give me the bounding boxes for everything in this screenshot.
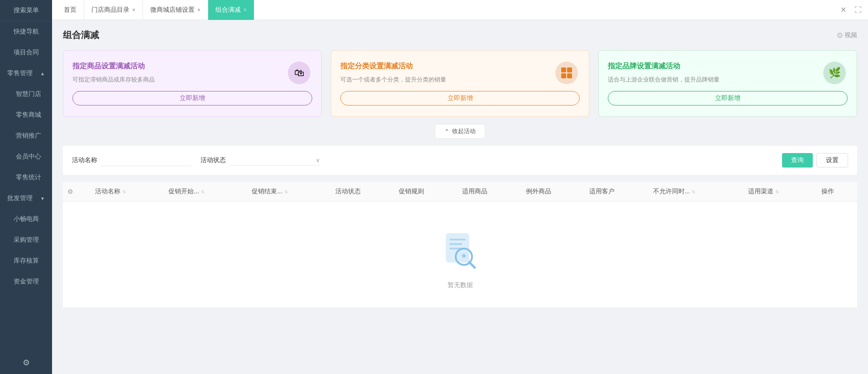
svg-rect-1 [567,67,572,72]
col-customer: 适用客户 [585,182,648,201]
svg-rect-6 [449,243,462,245]
card-goods-icon: 🛍 [288,62,310,84]
chevron-down-icon: ∨ [316,157,320,163]
col-goods: 适用商品 [458,182,521,201]
play-circle-icon: ⊙ [837,31,843,39]
sidebar-item-wholesale-mgmt[interactable]: 批发管理 ▼ [0,188,52,209]
col-channel: 适用渠道 ⇅ [744,182,817,201]
sidebar-item-retail-mgmt[interactable]: 零售管理 ▲ [0,63,52,84]
empty-illustration [438,229,483,274]
empty-text: 暂无数据 [448,281,473,289]
col-name: 活动名称 ⇅ [91,182,164,201]
card-category-icon [555,62,578,84]
card-category-title: 指定分类设置满减活动 [340,62,580,71]
card-goods-add-button[interactable]: 立即新增 [72,91,312,105]
sidebar-item-purchase-mgmt[interactable]: 采购管理 [0,230,52,250]
card-category: 指定分类设置满减活动 可选一个或者多个分类，提升分类的销量 立即新增 [331,50,590,117]
sidebar-item-finance-mgmt[interactable]: 资金管理 [0,271,52,292]
card-goods-title: 指定商品设置满减活动 [72,62,312,71]
collapse-bar: ⌃ 收起活动 [63,124,857,139]
sidebar-item-retail-mall[interactable]: 零售商城 [0,105,52,125]
card-brand-icon: 🌿 [823,62,846,84]
filter-name-item: 活动名称 [72,155,191,166]
col-no-concurrent: 不允许同时... ⇅ [649,182,744,201]
card-goods-desc: 可指定滞销商品或库存较多商品 [72,76,312,84]
sidebar-settings-btn[interactable]: ⚙ [0,351,52,374]
sidebar-item-project-contract[interactable]: 项目合同 [0,42,52,63]
col-exclude-goods: 例外商品 [521,182,585,201]
close-window-icon[interactable]: ✕ [839,4,848,16]
tab-bar: 首页 门店商品目录 × 微商城店铺设置 × 组合满减 × ✕ ⛶ [52,0,868,20]
svg-point-11 [462,254,466,258]
filter-status-item: 活动状态 ∨ [200,155,320,166]
gear-icon: ⚙ [23,358,30,367]
filter-status-label: 活动状态 [200,156,226,164]
card-category-add-button[interactable]: 立即新增 [340,91,580,105]
collapse-button[interactable]: ⌃ 收起活动 [435,124,485,139]
sidebar-item-smart-store[interactable]: 智慧门店 [0,84,52,105]
sort-icon[interactable]: ⇅ [775,189,779,194]
tab-close-wechat-shop[interactable]: × [197,7,200,13]
filter-status-select[interactable]: ∨ [229,155,320,166]
empty-state: 暂无数据 [63,201,857,307]
svg-line-10 [469,262,475,268]
sidebar-item-quick-nav[interactable]: 快捷导航 [0,21,52,42]
filter-buttons: 查询 设置 [782,153,848,168]
sidebar-item-xiaochang-ecom[interactable]: 小畅电商 [0,209,52,230]
col-status: 活动状态 [331,182,394,201]
tab-combo-discount[interactable]: 组合满减 × [208,0,254,20]
tab-wechat-shop[interactable]: 微商城店铺设置 × [143,0,208,20]
card-brand-title: 指定品牌设置满减活动 [608,62,848,71]
tab-close-combo-discount[interactable]: × [243,7,247,13]
tab-store-catalog[interactable]: 门店商品目录 × [84,0,143,20]
filter-row: 活动名称 活动状态 ∨ 查询 设置 [63,146,857,175]
table-body: 暂无数据 [63,201,857,308]
card-category-desc: 可选一个或者多个分类，提升分类的销量 [340,76,580,84]
card-brand-add-button[interactable]: 立即新增 [608,91,848,105]
tab-close-store-catalog[interactable]: × [132,7,135,13]
sort-icon[interactable]: ⇅ [284,189,288,194]
maximize-icon[interactable]: ⛶ [853,4,863,16]
sort-icon[interactable]: ⇅ [122,189,126,194]
page-content: 组合满减 ⊙ 视频 指定商品设置满减活动 可指定滞销商品或库存较多商品 🛍 立即… [52,20,868,374]
sort-icon[interactable]: ⇅ [692,189,695,194]
sidebar-item-retail-stats[interactable]: 零售统计 [0,167,52,188]
empty-row: 暂无数据 [63,201,857,308]
sidebar-item-inventory-calc[interactable]: 库存核算 [0,250,52,271]
filter-name-input[interactable] [101,155,191,166]
data-table: ⚙ 活动名称 ⇅ 促销开始... ⇅ 促销结束... ⇅ [63,182,857,308]
svg-rect-5 [449,239,466,240]
sort-icon[interactable]: ⇅ [201,189,205,194]
col-rule: 促销规则 [394,182,458,201]
tab-home[interactable]: 首页 [57,0,84,20]
svg-rect-3 [567,73,572,78]
chevron-down-icon: ▼ [40,196,45,201]
card-goods: 指定商品设置满减活动 可指定滞销商品或库存较多商品 🛍 立即新增 [63,50,322,117]
svg-rect-2 [561,73,566,78]
filter-name-label: 活动名称 [72,156,97,164]
query-button[interactable]: 查询 [782,153,813,168]
sidebar-item-marketing[interactable]: 营销推广 [0,125,52,146]
video-link[interactable]: ⊙ 视频 [837,31,857,39]
svg-rect-0 [561,67,566,72]
col-actions: 操作 [817,182,857,201]
card-brand-desc: 适合与上游企业联合做营销，提升品牌销量 [608,76,848,84]
main-area: 首页 门店商品目录 × 微商城店铺设置 × 组合满减 × ✕ ⛶ 组合满减 ⊙ … [52,0,868,374]
page-header: 组合满减 ⊙ 视频 [63,29,857,41]
sidebar: 搜索菜单 快捷导航 项目合同 零售管理 ▲ 智慧门店 零售商城 营销推广 会员中… [0,0,52,374]
sidebar-search[interactable]: 搜索菜单 [0,0,52,21]
page-title: 组合满减 [63,29,99,41]
table-container: ⚙ 活动名称 ⇅ 促销开始... ⇅ 促销结束... ⇅ [63,182,857,308]
col-promo-start: 促销开始... ⇅ [164,182,247,201]
gear-icon[interactable]: ⚙ [67,188,73,195]
col-promo-end: 促销结束... ⇅ [247,182,330,201]
sidebar-item-member-center[interactable]: 会员中心 [0,146,52,167]
chevron-up-icon: ▲ [40,71,45,76]
col-settings[interactable]: ⚙ [63,182,91,201]
card-brand: 指定品牌设置满减活动 适合与上游企业联合做营销，提升品牌销量 🌿 立即新增 [598,50,857,117]
tab-bar-actions: ✕ ⛶ [839,4,863,16]
cards-row: 指定商品设置满减活动 可指定滞销商品或库存较多商品 🛍 立即新增 指定分类设置满… [63,50,857,117]
chevron-up-icon: ⌃ [444,128,449,135]
settings-button[interactable]: 设置 [816,153,848,168]
table-header: ⚙ 活动名称 ⇅ 促销开始... ⇅ 促销结束... ⇅ [63,182,857,201]
